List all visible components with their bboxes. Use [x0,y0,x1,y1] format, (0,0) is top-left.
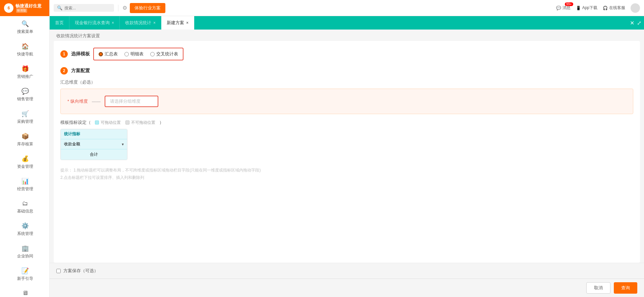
step2-number: 2 [60,67,68,75]
save-label[interactable]: 方案保存（可选） [63,268,98,274]
breadcrumb: 收款情况统计方案设置 [56,33,100,38]
tab-collection-stat-close[interactable]: × [153,20,156,25]
step1-section: 1 选择模板 汇总表 明细表 交叉统计表 [60,48,633,60]
sidebar-label-guide: 新手引导 [17,276,33,282]
metrics-header-row: 模板指标设定（ 可拖动位置 不可拖动位置 ） [60,119,633,126]
sidebar-label-system: 系统管理 [17,231,33,237]
metrics-legend: 可拖动位置 不可拖动位置 [95,120,155,126]
sidebar-item-quick-nav[interactable]: 🏠 快捷导航 [0,39,49,61]
radio-cross[interactable]: 交叉统计表 [150,51,178,57]
step1-title: 选择模板 [71,51,90,57]
hint-line2: 2.点击标题栏下拉可设置排序、插入列和删除列 [60,174,633,182]
sidebar-label-sales: 销售管理 [17,96,33,102]
save-checkbox[interactable] [56,269,61,273]
dimension-row: 纵向维度 —— 请选择分组维度 [67,96,626,107]
sidebar-label-operations: 经营管理 [17,186,33,192]
sidebar-item-purchase[interactable]: 🛒 采购管理 [0,106,49,129]
service-item[interactable]: 🎧 在线客服 [603,5,625,11]
sidebar: 6 畅捷通好生意 标准版 🔍 搜索菜单 🏠 快捷导航 🎁 营销推广 💬 销售管理… [0,0,50,297]
sidebar-item-guide[interactable]: 📝 新手引导 [0,263,49,286]
tabbar: 首页 现金银行流水查询 × 收款情况统计 × 新建方案 × ✕ ⤢ [50,16,644,30]
sales-icon: 💬 [21,88,29,95]
tab-new-plan-close[interactable]: × [186,20,189,25]
tab-collection-stat[interactable]: 收款情况统计 × [120,16,161,30]
radio-summary[interactable]: 汇总表 [99,51,118,57]
sidebar-label-quick-nav: 快捷导航 [17,51,33,57]
guide-icon: 📝 [21,267,29,275]
metrics-row2: 合计 [61,149,127,160]
legend-draggable: 可拖动位置 [95,120,121,126]
sidebar-label-base-info: 基础信息 [17,208,33,214]
sidebar-label-enterprise: 企业协同 [17,253,33,259]
dimension-section: 汇总维度（必选） 纵向维度 —— 请选择分组维度 模板指标设定（ [60,79,633,160]
metrics-row1-label: 收款金额 [64,141,80,147]
query-button[interactable]: 查询 [614,282,637,294]
metrics-section-label: 模板指标设定（ [60,119,91,126]
sidebar-logo: 6 畅捷通好生意 标准版 [0,0,49,16]
message-item[interactable]: 💬 消息 99+ [556,5,571,11]
legend-draggable-label: 可拖动位置 [101,120,121,126]
topbar-divider [118,5,118,11]
dimension-area: 纵向维度 —— 请选择分组维度 [60,89,633,114]
download-label: App下载 [582,5,597,11]
dimension-arrow-icon: —— [92,99,101,104]
vertical-dimension-label: 纵向维度 [67,98,88,104]
radio-detail-label: 明细表 [130,51,144,57]
search-icon: 🔍 [57,5,62,10]
legend-non-draggable-dot [125,120,129,125]
sidebar-label-inventory: 库存核算 [17,141,33,147]
sidebar-item-enterprise[interactable]: 🏢 企业协同 [0,241,49,263]
radio-detail-input[interactable] [124,52,129,56]
gear-icon[interactable]: ⚙ [122,5,127,11]
purchase-icon: 🛒 [21,110,29,117]
radio-summary-input[interactable] [99,52,103,56]
hint-section: 提示： 1.拖动标题栏可以调整布局，不可跨维度或指标区域拖动栏目字段(只能在同一… [60,167,633,181]
step1-number: 1 [60,50,68,58]
cancel-button[interactable]: 取消 [586,282,610,294]
tab-bank-flow-close[interactable]: × [112,20,114,25]
page-header: 收款情况统计方案设置 [50,30,644,41]
legend-non-draggable-label: 不可拖动位置 [131,120,155,126]
tab-bank-flow[interactable]: 现金银行流水查询 × [69,16,120,30]
dimension-section-label: 汇总维度（必选） [60,79,633,85]
dropdown-icon[interactable]: ▾ [122,142,124,147]
sidebar-item-operations[interactable]: 📊 经营管理 [0,174,49,196]
tab-close-all-button[interactable]: ✕ [630,20,634,26]
tab-home[interactable]: 首页 [50,16,69,30]
message-badge: 99+ [565,2,573,6]
search-input[interactable] [64,6,105,10]
tab-new-plan[interactable]: 新建方案 × [161,16,194,30]
sidebar-item-sales[interactable]: 💬 销售管理 [0,84,49,106]
sidebar-item-hardware[interactable]: 🖥 智能硬件 [0,286,49,297]
tab-home-label: 首页 [55,20,64,26]
tab-bank-flow-label: 现金银行流水查询 [75,20,110,26]
dimension-select-box[interactable]: 请选择分组维度 [105,96,158,107]
sidebar-item-inventory[interactable]: 📦 库存核算 [0,129,49,151]
main-area: 🔍 ⚙ 体验行业方案 💬 消息 99+ 📱 App下载 🎧 在线客服 [50,0,644,297]
sidebar-nav: 🔍 搜索菜单 🏠 快捷导航 🎁 营销推广 💬 销售管理 🛒 采购管理 📦 库存核… [0,16,49,297]
footer-section: 方案保存（可选） [50,263,644,279]
sidebar-item-base-info[interactable]: 🗂 基础信息 [0,196,49,218]
user-avatar[interactable] [631,3,640,13]
radio-detail[interactable]: 明细表 [124,51,144,57]
radio-cross-input[interactable] [150,52,155,56]
page-body: 1 选择模板 汇总表 明细表 交叉统计表 [54,41,640,263]
sidebar-item-marketing[interactable]: 🎁 营销推广 [0,61,49,84]
metrics-row1[interactable]: 收款金额 ▾ [61,139,127,149]
download-item[interactable]: 📱 App下载 [576,5,597,11]
service-label: 在线客服 [609,5,625,11]
trial-button[interactable]: 体验行业方案 [130,3,165,13]
base-info-icon: 🗂 [22,200,28,207]
sidebar-item-system[interactable]: ⚙️ 系统管理 [0,218,49,241]
topbar-search-box[interactable]: 🔍 [54,4,114,12]
logo-badge: 标准版 [16,8,27,13]
enterprise-icon: 🏢 [21,245,29,252]
tab-restore-button[interactable]: ⤢ [637,20,641,26]
logo-icon: 6 [4,3,13,13]
legend-draggable-dot [95,120,99,125]
legend-non-draggable: 不可拖动位置 [125,120,155,126]
sidebar-item-finance[interactable]: 💰 资金管理 [0,151,49,174]
sidebar-item-search-menu[interactable]: 🔍 搜索菜单 [0,16,49,39]
radio-cross-label: 交叉统计表 [156,51,178,57]
inventory-icon: 📦 [21,133,29,140]
